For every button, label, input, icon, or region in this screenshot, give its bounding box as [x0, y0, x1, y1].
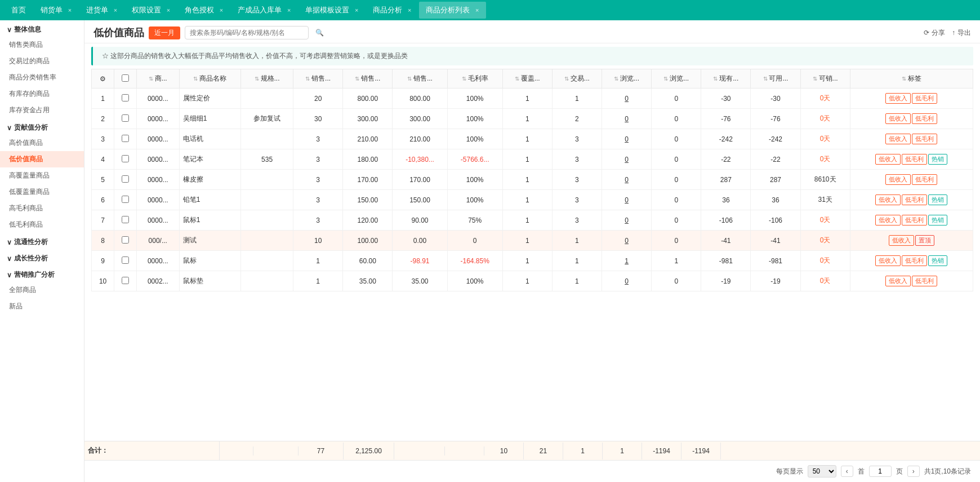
search-icon[interactable]: 🔍: [315, 29, 324, 37]
view1-link[interactable]: 0: [625, 196, 629, 204]
row-checkbox[interactable]: [122, 216, 129, 223]
nav-storage[interactable]: 产成品入库单 ×: [231, 2, 297, 19]
row-checkbox[interactable]: [122, 135, 129, 142]
col-trade[interactable]: 交易...: [552, 69, 602, 89]
row-view1[interactable]: 0: [602, 170, 652, 190]
select-all-checkbox[interactable]: [122, 74, 129, 82]
row-view1[interactable]: 0: [602, 129, 652, 149]
view1-link[interactable]: 0: [625, 115, 629, 123]
nav-sales[interactable]: 销货单 ×: [34, 2, 78, 19]
col-qty[interactable]: 销售...: [293, 69, 343, 89]
row-check[interactable]: [114, 129, 137, 149]
col-name[interactable]: 商品名称: [179, 69, 240, 89]
nav-analysis-list[interactable]: 商品分析列表 ×: [419, 2, 485, 19]
row-view1[interactable]: 0: [602, 89, 652, 109]
view1-link[interactable]: 0: [625, 95, 629, 103]
col-spec[interactable]: 规格...: [241, 69, 293, 89]
sidebar-item-high-value[interactable]: 高价值商品: [0, 135, 84, 151]
row-checkbox[interactable]: [122, 196, 129, 203]
col-tags[interactable]: 标签: [850, 69, 973, 89]
col-margin[interactable]: 毛利率: [447, 69, 502, 89]
export-button[interactable]: ↑ 导出: [952, 28, 971, 38]
view1-link[interactable]: 0: [625, 176, 629, 184]
row-check[interactable]: [114, 149, 137, 170]
row-view1[interactable]: 0: [602, 190, 652, 210]
nav-home[interactable]: 首页: [5, 2, 33, 19]
row-view1[interactable]: 0: [602, 210, 652, 231]
col-coverage[interactable]: 覆盖...: [502, 69, 552, 89]
search-input[interactable]: [185, 26, 309, 39]
row-checkbox[interactable]: [122, 94, 129, 101]
view1-link[interactable]: 1: [625, 257, 629, 265]
row-check[interactable]: [114, 231, 137, 251]
col-price[interactable]: 销售...: [343, 69, 393, 89]
close-role-icon[interactable]: ×: [220, 7, 223, 14]
sidebar-item-low-margin[interactable]: 低毛利商品: [0, 216, 84, 233]
row-view1[interactable]: 0: [602, 231, 652, 251]
row-view1[interactable]: 0: [602, 271, 652, 291]
row-checkbox[interactable]: [122, 257, 129, 264]
close-storage-icon[interactable]: ×: [287, 7, 291, 14]
sidebar-item-sales-products[interactable]: 销售类商品: [0, 37, 84, 53]
row-check[interactable]: [114, 170, 137, 190]
row-view1[interactable]: 1: [602, 251, 652, 271]
row-check[interactable]: [114, 190, 137, 210]
col-code[interactable]: 商...: [136, 69, 179, 89]
row-view1[interactable]: 0: [602, 149, 652, 170]
sidebar-group-contribution[interactable]: ∨ 贡献值分析: [0, 118, 84, 135]
col-gear[interactable]: ⚙: [92, 69, 114, 89]
row-check[interactable]: [114, 251, 137, 271]
row-check[interactable]: [114, 109, 137, 129]
view1-link[interactable]: 0: [625, 135, 629, 143]
close-purchase-icon[interactable]: ×: [114, 7, 117, 14]
col-check[interactable]: [114, 69, 137, 89]
close-permission-icon[interactable]: ×: [167, 7, 170, 14]
row-check[interactable]: [114, 210, 137, 231]
next-page-button[interactable]: ›: [907, 466, 920, 477]
nav-role[interactable]: 角色授权 ×: [178, 2, 230, 19]
sidebar-item-high-margin[interactable]: 高毛利商品: [0, 200, 84, 216]
row-view1[interactable]: 0: [602, 109, 652, 129]
close-template-icon[interactable]: ×: [355, 7, 358, 14]
col-saleable[interactable]: 可销...: [800, 69, 850, 89]
sidebar-item-low-value[interactable]: 低价值商品: [0, 151, 84, 167]
close-analysis-list-icon[interactable]: ×: [475, 7, 479, 14]
col-available[interactable]: 可用...: [751, 69, 800, 89]
row-checkbox[interactable]: [122, 114, 129, 122]
col-amount[interactable]: 销售...: [393, 69, 447, 89]
sidebar-item-traded[interactable]: 交易过的商品: [0, 53, 84, 69]
col-view2[interactable]: 浏览...: [652, 69, 701, 89]
row-checkbox[interactable]: [122, 236, 129, 244]
view1-link[interactable]: 0: [625, 237, 629, 245]
sidebar-group-growth[interactable]: ∨ 成长性分析: [0, 249, 84, 266]
nav-template[interactable]: 单据模板设置 ×: [299, 2, 365, 19]
page-size-select[interactable]: 50 100: [808, 465, 836, 477]
page-number-input[interactable]: [869, 466, 892, 477]
view1-link[interactable]: 0: [625, 277, 629, 285]
sidebar-group-overall[interactable]: ∨ 整体信息: [0, 20, 84, 37]
nav-analysis[interactable]: 商品分析 ×: [366, 2, 418, 19]
nav-purchase[interactable]: 进货单 ×: [79, 2, 124, 19]
nav-permission[interactable]: 权限设置 ×: [125, 2, 177, 19]
sidebar-item-low-coverage[interactable]: 低覆盖量商品: [0, 184, 84, 200]
close-analysis-icon[interactable]: ×: [408, 7, 411, 14]
share-button[interactable]: ⟳ 分享: [924, 28, 945, 38]
sidebar-item-category-rate[interactable]: 商品分类销售率: [0, 69, 84, 86]
row-check[interactable]: [114, 271, 137, 291]
view1-link[interactable]: 0: [625, 156, 629, 163]
sidebar-item-all-products[interactable]: 全部商品: [0, 282, 84, 298]
col-current[interactable]: 现有...: [701, 69, 751, 89]
col-view1[interactable]: 浏览...: [602, 69, 652, 89]
first-page-button[interactable]: ‹: [841, 466, 853, 477]
period-button[interactable]: 近一月: [149, 26, 180, 39]
view1-link[interactable]: 0: [625, 216, 629, 224]
sidebar-item-new-products[interactable]: 新品: [0, 298, 84, 315]
sidebar-group-marketing[interactable]: ∨ 营销推广分析: [0, 266, 84, 282]
sidebar-group-circulation[interactable]: ∨ 流通性分析: [0, 233, 84, 249]
sidebar-item-stock-capital[interactable]: 库存资金占用: [0, 102, 84, 118]
row-checkbox[interactable]: [122, 277, 129, 284]
sidebar-item-high-coverage[interactable]: 高覆盖量商品: [0, 167, 84, 184]
close-sales-icon[interactable]: ×: [68, 7, 72, 14]
row-checkbox[interactable]: [122, 175, 129, 183]
row-check[interactable]: [114, 89, 137, 109]
